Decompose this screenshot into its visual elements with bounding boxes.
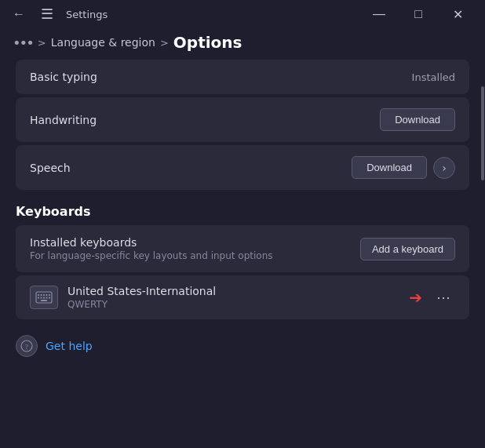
keyboards-heading: Keyboards <box>16 204 469 219</box>
title-bar: ← ☰ Settings — □ ✕ <box>0 0 485 28</box>
speech-chevron-button[interactable]: › <box>433 157 455 179</box>
add-keyboard-button[interactable]: Add a keyboard <box>360 238 455 260</box>
help-icon: ? <box>16 335 38 357</box>
keyboard-item-row: United States-International QWERTY ➔ ⋯ <box>16 275 469 319</box>
scrollbar-thumb[interactable] <box>481 86 484 180</box>
arrow-indicator: ➔ <box>409 288 422 307</box>
basic-typing-label: Basic typing <box>30 71 97 83</box>
handwriting-label: Handwriting <box>30 114 97 126</box>
breadcrumb: ••• > Language & region > Options <box>0 28 485 60</box>
svg-rect-7 <box>41 297 42 299</box>
minimize-button[interactable]: — <box>361 2 397 27</box>
keyboard-item-left: United States-International QWERTY <box>30 285 216 310</box>
main-content: Basic typing Installed Handwriting Downl… <box>0 60 485 322</box>
get-help-section: ? Get help <box>0 322 485 366</box>
installed-keyboards-text: Installed keyboards For language-specifi… <box>30 236 273 261</box>
handwriting-download-button[interactable]: Download <box>380 108 455 131</box>
get-help-link[interactable]: Get help <box>46 340 93 352</box>
svg-rect-6 <box>38 297 39 299</box>
breadcrumb-parent[interactable]: Language & region <box>51 36 155 49</box>
keyboard-layout: QWERTY <box>67 299 216 310</box>
back-button[interactable]: ← <box>9 5 28 23</box>
hamburger-button[interactable]: ☰ <box>38 4 57 24</box>
close-button[interactable]: ✕ <box>439 2 476 27</box>
keyboard-more-button[interactable]: ⋯ <box>432 287 455 308</box>
speech-controls: Download › <box>352 156 455 179</box>
keyboard-icon <box>30 286 58 309</box>
keyboard-item-right: ➔ ⋯ <box>409 287 455 308</box>
basic-typing-status: Installed <box>412 71 455 83</box>
maximize-button[interactable]: □ <box>400 2 436 27</box>
window-controls: — □ ✕ <box>361 2 476 27</box>
keyboard-name: United States-International <box>67 285 216 297</box>
svg-rect-10 <box>49 297 50 299</box>
svg-rect-1 <box>38 294 39 296</box>
app-title: Settings <box>66 9 108 20</box>
svg-rect-8 <box>43 297 45 299</box>
installed-keyboards-primary: Installed keyboards <box>30 236 273 249</box>
speech-row: Speech Download › <box>16 145 469 190</box>
handwriting-row: Handwriting Download <box>16 97 469 142</box>
keyboard-item-text: United States-International QWERTY <box>67 285 216 310</box>
scrollbar-track <box>480 63 485 448</box>
breadcrumb-current: Options <box>173 33 242 52</box>
svg-text:?: ? <box>25 343 28 351</box>
breadcrumb-sep-2: > <box>160 37 169 49</box>
title-bar-left: ← ☰ Settings <box>9 4 108 24</box>
svg-rect-5 <box>49 294 50 296</box>
basic-typing-row: Basic typing Installed <box>16 60 469 94</box>
svg-rect-11 <box>41 300 47 301</box>
breadcrumb-sep-1: > <box>38 37 46 49</box>
speech-download-button[interactable]: Download <box>352 156 427 179</box>
breadcrumb-dots[interactable]: ••• <box>13 35 33 51</box>
installed-keyboards-secondary: For language-specific key layouts and in… <box>30 250 273 261</box>
svg-rect-2 <box>41 294 42 296</box>
svg-rect-3 <box>43 294 45 296</box>
installed-keyboards-row: Installed keyboards For language-specifi… <box>16 225 469 272</box>
svg-rect-4 <box>46 294 48 296</box>
speech-label: Speech <box>30 162 71 174</box>
svg-rect-9 <box>46 297 48 299</box>
